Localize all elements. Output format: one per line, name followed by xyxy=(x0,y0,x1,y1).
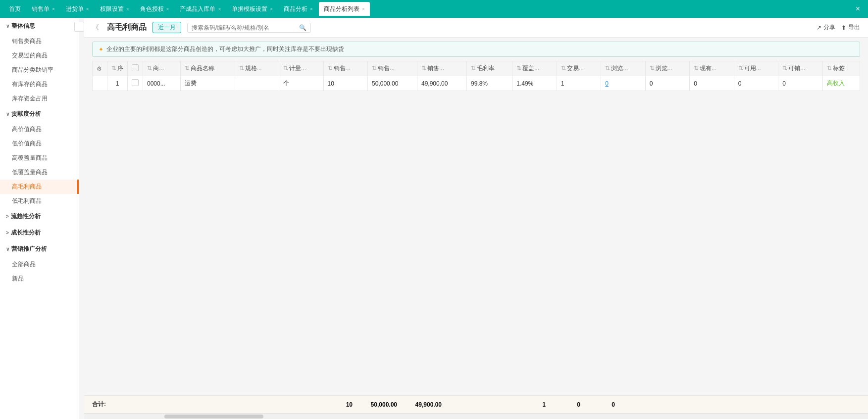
col-sort-icon: ⇅ xyxy=(372,65,377,72)
sidebar-item-新品[interactable]: 新品 xyxy=(0,272,79,286)
footer-cell-4 xyxy=(203,401,262,408)
notice-text: 企业的主要的利润都是这部分商品创造的，可考虑加大推广，同时关注库存是不要出现缺货 xyxy=(106,45,344,53)
sidebar-item-高覆盖量商品[interactable]: 高覆盖量商品 xyxy=(0,151,79,165)
col-sort-icon: ⇅ xyxy=(561,65,566,72)
col-header-current_stock[interactable]: ⇅现有... xyxy=(690,61,734,76)
sidebar-group-贡献度分析[interactable]: ∨贡献度分析 xyxy=(0,106,79,122)
footer-cell-15 xyxy=(619,401,654,408)
footer-cell-1 xyxy=(129,401,149,408)
col-header-code[interactable]: ⇅商... xyxy=(143,61,181,76)
sidebar-item-商品分类助销率[interactable]: 商品分类助销率 xyxy=(0,63,79,77)
sidebar-group-营销推广分析[interactable]: ∨营销推广分析 xyxy=(0,241,79,257)
notice-bar: ✦ 企业的主要的利润都是这部分商品创造的，可考虑加大推广，同时关注库存是不要出现… xyxy=(92,42,860,57)
content-area: 《 高毛利商品 近一月 🔍 ↗ 分享 ⬆ 导出 ✦ 企业的主要的利润都是这部 xyxy=(84,18,868,419)
search-icon[interactable]: 🔍 xyxy=(299,24,306,31)
sidebar-group-流趋性分析[interactable]: >流趋性分析 xyxy=(0,208,79,225)
nav-tab-close-商品分析列表[interactable]: × xyxy=(362,6,365,12)
col-header-check[interactable] xyxy=(128,61,143,76)
col-header-spec[interactable]: ⇅规格... xyxy=(235,61,279,76)
sidebar-collapse-icon[interactable]: 《 xyxy=(92,23,99,32)
col-header-sellable[interactable]: ⇅可销... xyxy=(778,61,822,76)
footer-cell-6 xyxy=(297,401,327,408)
sidebar-item-有库存的商品[interactable]: 有库存的商品 xyxy=(0,77,79,92)
col-sort-icon: ⇅ xyxy=(738,65,743,72)
col-header-unit[interactable]: ⇅计量... xyxy=(279,61,323,76)
cell-sales_amt: 50,000.00 xyxy=(368,76,417,91)
sidebar-group-label: 整体信息 xyxy=(11,22,35,30)
nav-tab-close-单据模板设置[interactable]: × xyxy=(270,6,273,12)
row-checkbox[interactable] xyxy=(132,79,139,86)
col-header-name[interactable]: ⇅商品名称 xyxy=(181,61,235,76)
cell-sellable: 0 xyxy=(778,76,822,91)
nav-tab-产成品入库单[interactable]: 产成品入库单× xyxy=(175,2,226,16)
col-header-margin_rate[interactable]: ⇅毛利率 xyxy=(466,61,512,76)
footer-cell-12: 1 xyxy=(515,401,550,408)
close-all-button[interactable]: × xyxy=(852,4,864,13)
collapse-sidebar-button[interactable] xyxy=(74,22,84,32)
nav-tab-close-进货单[interactable]: × xyxy=(86,6,89,12)
footer-cell-13: 0 xyxy=(550,401,584,408)
nav-tab-权限设置[interactable]: 权限设置× xyxy=(95,2,134,16)
cell-code[interactable]: 0000... xyxy=(143,76,181,91)
nav-tab-商品分析列表[interactable]: 商品分析列表× xyxy=(319,2,370,16)
footer-cell-3 xyxy=(163,401,203,408)
export-button[interactable]: ⬆ 导出 xyxy=(841,23,860,32)
col-header-trade[interactable]: ⇅交易... xyxy=(557,61,601,76)
tag-badge: 高收入 xyxy=(827,80,845,87)
sidebar-item-高毛利商品[interactable]: 高毛利商品 xyxy=(0,180,79,194)
sidebar-group-成长性分析[interactable]: >成长性分析 xyxy=(0,225,79,241)
table-row: 10000...运费个1050,000.0049,900.0099.8%1.49… xyxy=(93,76,860,91)
select-all-checkbox[interactable] xyxy=(132,64,139,71)
sidebar-item-低毛利商品[interactable]: 低毛利商品 xyxy=(0,194,79,208)
cell-current_stock: 0 xyxy=(690,76,734,91)
footer-cell-5 xyxy=(262,401,297,408)
sidebar-item-高价值商品[interactable]: 高价值商品 xyxy=(0,122,79,137)
sidebar-group-整体信息[interactable]: ∨整体信息 xyxy=(0,18,79,34)
col-header-sales_profit[interactable]: ⇅销售... xyxy=(417,61,467,76)
col-header-coverage[interactable]: ⇅覆盖... xyxy=(512,61,557,76)
search-box: 🔍 xyxy=(187,23,311,33)
nav-tab-单据模板设置[interactable]: 单据模板设置× xyxy=(227,2,278,16)
nav-tab-销售单[interactable]: 销售单× xyxy=(27,2,60,16)
nav-tab-close-角色授权[interactable]: × xyxy=(166,6,169,12)
main-layout: ∨整体信息销售类商品交易过的商品商品分类助销率有库存的商品库存资金占用∨贡献度分… xyxy=(0,18,868,419)
col-header-browse1[interactable]: ⇅浏览... xyxy=(601,61,645,76)
nav-tab-商品分析[interactable]: 商品分析× xyxy=(279,2,318,16)
footer-cell-10 xyxy=(446,401,480,408)
sidebar-item-低价值商品[interactable]: 低价值商品 xyxy=(0,137,79,151)
nav-tab-close-销售单[interactable]: × xyxy=(52,6,55,12)
col-sort-icon: ⇅ xyxy=(185,65,190,72)
col-header-available[interactable]: ⇅可用... xyxy=(734,61,778,76)
col-sort-icon: ⇅ xyxy=(827,65,832,72)
col-header-sales_amt[interactable]: ⇅销售... xyxy=(368,61,417,76)
col-header-browse2[interactable]: ⇅浏览... xyxy=(645,61,689,76)
nav-tab-close-权限设置[interactable]: × xyxy=(126,6,129,12)
cell-unit: 个 xyxy=(279,76,323,91)
nav-tab-进货单[interactable]: 进货单× xyxy=(61,2,94,16)
horizontal-scrollbar[interactable] xyxy=(84,413,868,419)
nav-tab-close-产成品入库单[interactable]: × xyxy=(218,6,221,12)
notice-icon: ✦ xyxy=(99,46,103,53)
nav-tab-首页[interactable]: 首页 xyxy=(4,2,26,16)
search-input[interactable] xyxy=(192,24,299,31)
nav-tab-close-商品分析[interactable]: × xyxy=(310,6,313,12)
col-header-tag[interactable]: ⇅标签 xyxy=(822,61,860,76)
sidebar-item-销售类商品[interactable]: 销售类商品 xyxy=(0,34,79,48)
col-header-sales_qty[interactable]: ⇅销售... xyxy=(323,61,367,76)
nav-tab-角色授权[interactable]: 角色授权× xyxy=(135,2,174,16)
cell-browse1[interactable]: 0 xyxy=(601,76,645,91)
col-header-seq[interactable]: ⇅序 xyxy=(107,61,128,76)
filter-recent-month-button[interactable]: 近一月 xyxy=(153,22,181,33)
header-right-actions: ↗ 分享 ⬆ 导出 xyxy=(817,23,860,32)
sidebar-item-全部商品[interactable]: 全部商品 xyxy=(0,257,79,272)
share-button[interactable]: ↗ 分享 xyxy=(817,23,835,32)
sidebar-item-交易过的商品[interactable]: 交易过的商品 xyxy=(0,48,79,63)
sidebar-item-低覆盖量商品[interactable]: 低覆盖量商品 xyxy=(0,165,79,180)
browse-link[interactable]: 0 xyxy=(605,80,609,87)
scroll-thumb[interactable] xyxy=(164,415,263,419)
cell-spec xyxy=(235,76,279,91)
sidebar-item-库存资金占用[interactable]: 库存资金占用 xyxy=(0,92,79,106)
sidebar-group-arrow: > xyxy=(6,214,9,219)
gear-icon[interactable]: ⚙ xyxy=(97,65,102,72)
cell-seq: 1 xyxy=(107,76,128,91)
